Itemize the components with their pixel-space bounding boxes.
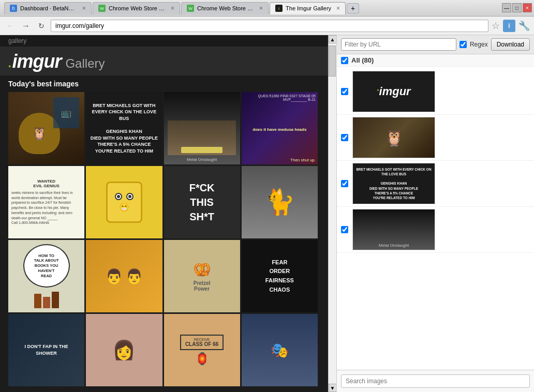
panel-image-item-bret-michaels: BRET MICHAELS GOT WITH EVERY CHICK ON TH… bbox=[337, 161, 534, 207]
close-button[interactable]: × bbox=[523, 3, 532, 12]
image-saver-panel: Regex Download All (80) ●imgur bbox=[336, 35, 534, 392]
tab-close-imgur[interactable]: × bbox=[336, 5, 340, 12]
scroll-up-button[interactable]: ▲ bbox=[329, 35, 337, 43]
scroll-track[interactable] bbox=[329, 43, 337, 384]
filter-url-input[interactable] bbox=[341, 38, 456, 51]
gallery-thumb-spongebob[interactable]: 😁 bbox=[86, 166, 162, 238]
forward-button[interactable]: → bbox=[20, 20, 32, 32]
all-count-label: All (80) bbox=[351, 56, 374, 64]
refresh-button[interactable]: ↻ bbox=[35, 20, 48, 32]
regex-checkbox[interactable] bbox=[459, 41, 467, 48]
gallery-thumb-crowd[interactable]: 🎭 bbox=[242, 314, 318, 386]
browser-window: b Dashboard · BetaNews — × W Chrome Web … bbox=[0, 0, 534, 392]
bookmark-star-icon[interactable]: ☆ bbox=[492, 20, 500, 32]
imgur-gallery-text: Gallery bbox=[65, 56, 105, 71]
nav-bar: ← → ↻ ☆ i 🔧 bbox=[0, 17, 534, 35]
tab-label-webstore2: Chrome Web Store - Imag... bbox=[197, 5, 254, 11]
search-images-input[interactable] bbox=[341, 374, 530, 388]
gallery-grid: 🦉 📺 BRET MICHAELS GOT WITH EVERY CHICK O… bbox=[0, 92, 326, 390]
gallery-thumb-fear-order[interactable]: FEARORDERFAIRNESSCHAOS bbox=[242, 240, 318, 312]
gallery-thumb-class66[interactable]: RECEIVE CLASS OF 66 🏮 bbox=[164, 314, 240, 386]
imgur-logo[interactable]: ● imgur Gallery bbox=[8, 51, 105, 72]
panel-thumb-imgur-logo: ●imgur bbox=[352, 71, 435, 112]
scroll-down-button[interactable]: ▼ bbox=[329, 384, 337, 392]
gallery-thumb-hipster[interactable]: 👩 bbox=[86, 314, 162, 386]
imgur-logo-text: imgur bbox=[12, 51, 61, 72]
tab-betanews[interactable]: b Dashboard · BetaNews — × bbox=[4, 2, 92, 14]
new-tab-button[interactable]: + bbox=[347, 3, 359, 13]
window-controls: — □ × bbox=[502, 3, 532, 12]
panel-image-cb-4[interactable] bbox=[341, 226, 348, 233]
panel-image-item-concert: Metal Onslaught bbox=[337, 207, 534, 253]
tab-label-webstore1: Chrome Web Store - Exten... bbox=[109, 5, 166, 11]
tab-favicon-imgur: i bbox=[275, 5, 283, 12]
panel-image-cb-3[interactable] bbox=[341, 180, 348, 187]
panel-image-cb-1[interactable] bbox=[341, 88, 348, 95]
tab-webstore1[interactable]: W Chrome Web Store - Exten... × bbox=[93, 2, 180, 14]
tab-imgur[interactable]: i The Imgur Gallery × bbox=[270, 2, 346, 14]
panel-image-cb-2[interactable] bbox=[341, 134, 348, 141]
tab-close-webstore1[interactable]: × bbox=[171, 5, 174, 12]
gallery-thumb-guys[interactable]: 👨 👨 bbox=[86, 240, 162, 312]
gallery-thumb-this-thing[interactable]: F*CKTHISSH*T bbox=[164, 166, 240, 238]
address-bar[interactable] bbox=[51, 20, 488, 32]
gallery-thumb-shower[interactable]: I DON'T FAP IN THESHOWER bbox=[8, 314, 84, 386]
panel-search-section bbox=[337, 370, 534, 392]
tab-close-betanews[interactable]: × bbox=[82, 5, 86, 12]
panel-toolbar: Regex Download bbox=[337, 35, 534, 54]
wrench-menu-icon[interactable]: 🔧 bbox=[518, 20, 530, 32]
tab-favicon-webstore2: W bbox=[187, 5, 194, 12]
tab-webstore2[interactable]: W Chrome Web Store - Imag... × bbox=[181, 2, 269, 14]
tab-label-betanews: Dashboard · BetaNews — bbox=[20, 5, 77, 11]
select-all-checkbox[interactable] bbox=[341, 57, 348, 64]
tab-favicon-webstore1: W bbox=[98, 5, 106, 12]
panel-thumb-bird: 🦉 bbox=[352, 117, 435, 158]
tab-favicon-betanews: b bbox=[10, 5, 17, 12]
gallery-thumb-pretzel[interactable]: 🥨 PretzelPower bbox=[164, 240, 240, 312]
browser-content: gallery ● imgur Gallery Today's best ima… bbox=[0, 35, 534, 392]
gallery-thumb-cat[interactable]: 🐈 bbox=[242, 166, 318, 238]
title-bar: b Dashboard · BetaNews — × W Chrome Web … bbox=[0, 0, 534, 17]
extension-icon: i bbox=[508, 22, 510, 29]
panel-thumb-concert: Metal Onslaught bbox=[352, 209, 435, 250]
panel-image-item-bird: 🦉 bbox=[337, 115, 534, 161]
scroll-thumb[interactable] bbox=[329, 46, 336, 77]
back-button[interactable]: ← bbox=[4, 20, 17, 32]
gallery-thumb-bret-michaels[interactable]: BRET MICHAELS GOT WITH EVERY CHICK ON TH… bbox=[86, 92, 162, 164]
gallery-thumb-evil-genius[interactable]: WANTEDEVIL GENIUS seeks minions to sacri… bbox=[8, 166, 84, 238]
download-button[interactable]: Download bbox=[491, 38, 530, 51]
panel-all-row: All (80) bbox=[337, 54, 534, 67]
gallery-thumb-howto-books[interactable]: HOW TOTALK ABOUTBOOKS YOUHAVEN'TREAD bbox=[8, 240, 84, 312]
maximize-button[interactable]: □ bbox=[512, 3, 522, 12]
extension-button[interactable]: i bbox=[503, 20, 515, 32]
panel-images-list[interactable]: ●imgur 🦉 BRET MICHAELS GOT WITH EVERY CH bbox=[337, 67, 534, 370]
imgur-thumb-logo-text: ●imgur bbox=[377, 85, 410, 98]
gallery-section-title: Today's best images bbox=[8, 80, 79, 88]
minimize-button[interactable]: — bbox=[502, 3, 511, 12]
tab-close-webstore2[interactable]: × bbox=[259, 5, 263, 12]
panel-image-item-imgur-logo: ●imgur bbox=[337, 69, 534, 115]
tab-label-imgur: The Imgur Gallery bbox=[286, 5, 331, 11]
gallery-thumb-concert[interactable]: Metal Onslaught bbox=[164, 92, 240, 164]
regex-label: Regex bbox=[470, 41, 488, 48]
panel-thumb-bret-michaels: BRET MICHAELS GOT WITH EVERY CHICK ON TH… bbox=[352, 163, 435, 204]
page-scrollbar[interactable]: ▲ ▼ bbox=[328, 35, 336, 392]
gallery-thumb-owl[interactable]: 🦉 📺 bbox=[8, 92, 84, 164]
gallery-thumb-game[interactable]: QUES:51360 FINE:0327 STAGE:05MVP________… bbox=[242, 92, 318, 164]
